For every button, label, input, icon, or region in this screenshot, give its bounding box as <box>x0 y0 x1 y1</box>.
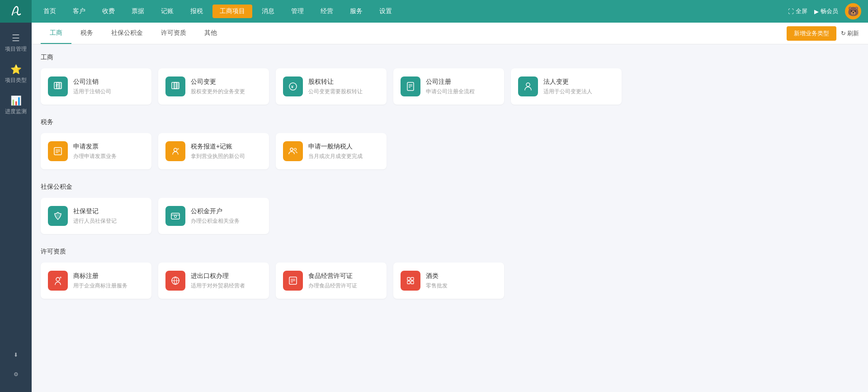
card-general-taxpayer[interactable]: 申请一般纳税人 当月或次月成变更完成 <box>276 133 387 169</box>
sidebar-label-project-type: 项目类型 <box>5 76 27 84</box>
card-desc-fund-account: 办理公积金相关业务 <box>191 217 240 225</box>
section-title-social: 社保公积金 <box>41 183 859 191</box>
nav-business[interactable]: 工商项目 <box>212 5 252 18</box>
nav-accounting[interactable]: 记账 <box>154 5 181 18</box>
nav-service[interactable]: 服务 <box>343 5 370 18</box>
sidebar-download[interactable]: ⬇ <box>0 346 32 363</box>
add-type-button[interactable]: 新增业务类型 <box>787 26 836 41</box>
card-tax-report[interactable]: 税务报道+记账 拿到营业执照的新公司 <box>158 133 269 169</box>
tabs-left: 工商 税务 社保公积金 许可资质 其他 <box>41 23 226 44</box>
card-icon-general-taxpayer <box>283 141 303 161</box>
sidebar-item-project-type[interactable]: ⭐ 项目类型 <box>0 58 32 90</box>
card-name-alcohol: 酒类 <box>426 272 448 280</box>
cards-grid-license: 商标注册 用于企业商标注册服务 进出口权办理 适用于对外贸易经营者 <box>41 263 859 299</box>
card-desc-food-license: 办理食品经营许可证 <box>308 282 357 290</box>
nav-right-area: ⛶ 全屏 ▶ 畅会员 🐻 <box>788 3 868 19</box>
logo <box>0 0 32 23</box>
card-text-legal-change: 法人变更 适用于公司变更法人 <box>543 78 592 96</box>
card-name-import-export: 进出口权办理 <box>191 272 245 280</box>
card-name-tax-report: 税务报道+记账 <box>191 143 245 151</box>
card-legal-change[interactable]: 法人变更 适用于公司变更法人 <box>511 68 622 105</box>
card-name-invoice-apply: 申请发票 <box>73 143 117 151</box>
nav-home[interactable]: 首页 <box>36 5 63 18</box>
card-icon-invoice-apply <box>48 141 68 161</box>
card-text-invoice-apply: 申请发票 办理申请发票业务 <box>73 143 117 160</box>
cards-grid-social: 社保登记 进行人员社保登记 公积金开户 办理公积金相关业务 <box>41 198 859 234</box>
nav-messages[interactable]: 消息 <box>255 5 282 18</box>
tab-tax[interactable]: 税务 <box>71 23 102 44</box>
nav-management[interactable]: 管理 <box>284 5 311 18</box>
nav-fees[interactable]: 收费 <box>95 5 122 18</box>
member-btn[interactable]: ▶ 畅会员 <box>814 7 838 15</box>
nav-tickets[interactable]: 票据 <box>124 5 151 18</box>
card-text-company-change: 公司变更 股权变更外的业务变更 <box>191 78 245 96</box>
card-desc-invoice-apply: 办理申请发票业务 <box>73 153 117 160</box>
nav-settings[interactable]: 设置 <box>372 5 399 18</box>
card-name-food-license: 食品经营许可证 <box>308 272 357 280</box>
card-company-change[interactable]: 公司变更 股权变更外的业务变更 <box>158 68 269 105</box>
svg-rect-33 <box>407 281 410 284</box>
member-label: 畅会员 <box>821 7 838 15</box>
svg-rect-34 <box>411 281 414 284</box>
nav-operations[interactable]: 经营 <box>313 5 340 18</box>
nav-customer[interactable]: 客户 <box>66 5 93 18</box>
card-text-fund-account: 公积金开户 办理公积金相关业务 <box>191 207 240 225</box>
fullscreen-btn[interactable]: ⛶ 全屏 <box>788 7 807 15</box>
card-name-social-insurance: 社保登记 <box>73 207 117 215</box>
sidebar-label-progress: 进度监测 <box>5 108 27 115</box>
card-company-register[interactable]: 公司注册 申请公司注册全流程 <box>393 68 504 105</box>
card-icon-import-export <box>165 271 185 291</box>
refresh-button[interactable]: ↻ 刷新 <box>841 29 859 38</box>
scroll-content[interactable]: 工商 公司注销 适用于注销公司 公司变更 <box>32 44 868 392</box>
card-name-legal-change: 法人变更 <box>543 78 592 86</box>
section-title-tax: 税务 <box>41 118 859 126</box>
card-desc-general-taxpayer: 当月或次月成变更完成 <box>308 153 363 160</box>
card-text-company-register: 公司注册 申请公司注册全流程 <box>426 78 475 96</box>
card-name-general-taxpayer: 申请一般纳税人 <box>308 143 363 151</box>
card-desc-social-insurance: 进行人员社保登记 <box>73 217 117 225</box>
card-company-cancel[interactable]: 公司注销 适用于注销公司 <box>41 68 151 105</box>
card-icon-food-license <box>283 271 303 291</box>
svg-rect-21 <box>171 213 179 219</box>
left-sidebar: ☰ 项目管理 ⭐ 项目类型 📊 进度监测 ⬇ ⚙ <box>0 23 32 392</box>
svg-point-17 <box>174 148 177 152</box>
card-social-insurance[interactable]: 社保登记 进行人员社保登记 <box>41 198 151 234</box>
card-desc-company-cancel: 适用于注销公司 <box>73 88 111 96</box>
card-name-company-cancel: 公司注销 <box>73 78 111 86</box>
card-alcohol[interactable]: 酒类 零售批发 <box>393 263 504 299</box>
card-icon-trademark <box>48 271 68 291</box>
svg-point-22 <box>175 215 177 218</box>
card-desc-equity-transfer: 公司变更需要股权转让 <box>308 88 363 96</box>
card-icon-company-cancel <box>48 76 68 96</box>
sidebar-item-progress[interactable]: 📊 进度监测 <box>0 90 32 121</box>
svg-point-12 <box>526 83 530 86</box>
sidebar-item-project-management[interactable]: ☰ 项目管理 <box>0 27 32 58</box>
card-icon-equity-transfer: ¥ <box>283 76 303 96</box>
card-import-export[interactable]: 进出口权办理 适用于对外贸易经营者 <box>158 263 269 299</box>
mascot-avatar[interactable]: 🐻 <box>845 3 861 19</box>
card-name-company-change: 公司变更 <box>191 78 245 86</box>
member-icon: ▶ <box>814 8 819 15</box>
card-food-license[interactable]: 食品经营许可证 办理食品经营许可证 <box>276 263 387 299</box>
card-text-tax-report: 税务报道+记账 拿到营业执照的新公司 <box>191 143 245 160</box>
sidebar-tools[interactable]: ⚙ <box>0 366 32 383</box>
card-equity-transfer[interactable]: ¥ 股权转让 公司变更需要股权转让 <box>276 68 387 105</box>
card-desc-company-register: 申请公司注册全流程 <box>426 88 475 96</box>
card-invoice-apply[interactable]: 申请发票 办理申请发票业务 <box>41 133 151 169</box>
tab-license[interactable]: 许可资质 <box>152 23 195 44</box>
card-desc-import-export: 适用于对外贸易经营者 <box>191 282 245 290</box>
nav-tax[interactable]: 报税 <box>183 5 210 18</box>
svg-point-19 <box>290 148 293 151</box>
card-trademark[interactable]: 商标注册 用于企业商标注册服务 <box>41 263 151 299</box>
card-text-food-license: 食品经营许可证 办理食品经营许可证 <box>308 272 357 290</box>
svg-point-20 <box>294 148 297 151</box>
refresh-icon: ↻ <box>841 30 846 37</box>
tab-business[interactable]: 工商 <box>41 23 71 44</box>
section-title-business: 工商 <box>41 53 859 62</box>
tab-other[interactable]: 其他 <box>195 23 226 44</box>
card-desc-alcohol: 零售批发 <box>426 282 448 290</box>
card-fund-account[interactable]: 公积金开户 办理公积金相关业务 <box>158 198 269 234</box>
tab-social-insurance[interactable]: 社保公积金 <box>102 23 152 44</box>
svg-point-18 <box>177 148 179 150</box>
card-desc-tax-report: 拿到营业执照的新公司 <box>191 153 245 160</box>
